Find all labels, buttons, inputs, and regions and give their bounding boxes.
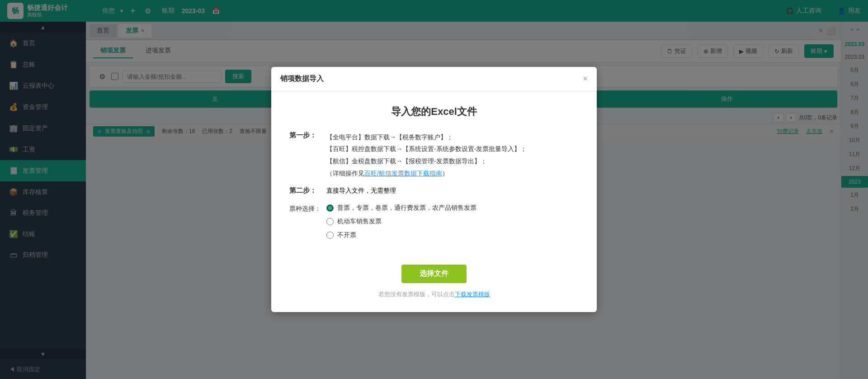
step1-line3: 【航信】金税盘数据下载→【报税管理-发票数据导出】； bbox=[326, 155, 527, 167]
radio-label-1: 机动车销售发票 bbox=[337, 218, 382, 226]
download-template-link[interactable]: 下载发票模版 bbox=[455, 291, 490, 298]
step1-line1: 【全电平台】数据下载→【税务数字账户】； bbox=[326, 131, 527, 143]
modal-step2: 第二步： 直接导入文件，无需整理 bbox=[289, 186, 579, 195]
import-modal: 销项数据导入 × 导入您的Excel文件 第一步： 【全电平台】数据下载→【税务… bbox=[271, 67, 597, 312]
step1-link-prefix: （详细操作见 bbox=[326, 170, 364, 177]
step1-line2: 【百旺】税控盘数据下载→【系统设置-系统参数设置-发票批量导入】； bbox=[326, 143, 527, 155]
radio-section-label: 票种选择： bbox=[289, 204, 321, 213]
radio-item-0[interactable]: 普票，专票，卷票，通行费发票，农产品销售发票 bbox=[326, 204, 476, 212]
radio-label-0: 普票，专票，卷票，通行费发票，农产品销售发票 bbox=[337, 204, 476, 212]
modal-title: 销项数据导入 bbox=[280, 74, 324, 84]
radio-input-1[interactable] bbox=[326, 218, 334, 225]
modal-footer: 若您没有发票模版，可以点击下载发票模版 bbox=[289, 290, 579, 298]
radio-input-0[interactable] bbox=[326, 204, 334, 212]
radio-item-2[interactable]: 不开票 bbox=[326, 231, 476, 239]
step1-content: 【全电平台】数据下载→【税务数字账户】； 【百旺】税控盘数据下载→【系统设置-系… bbox=[326, 131, 527, 179]
step1-link-suffix: ） bbox=[442, 170, 448, 177]
modal-main-title: 导入您的Excel文件 bbox=[289, 105, 579, 118]
footer-prefix: 若您没有发票模版，可以点击 bbox=[378, 291, 455, 298]
modal-close-button[interactable]: × bbox=[583, 74, 588, 84]
radio-label-2: 不开票 bbox=[337, 231, 356, 239]
step2-text: 直接导入文件，无需整理 bbox=[326, 187, 396, 195]
radio-group: 普票，专票，卷票，通行费发票，农产品销售发票 机动车销售发票 不开票 bbox=[326, 204, 476, 239]
select-file-button[interactable]: 选择文件 bbox=[401, 265, 467, 283]
radio-item-1[interactable]: 机动车销售发票 bbox=[326, 218, 476, 226]
radio-section: 票种选择： 普票，专票，卷票，通行费发票，农产品销售发票 机动车销售发票 不开票 bbox=[289, 204, 579, 252]
guide-link[interactable]: 百旺/航信发票数据下载指南 bbox=[364, 170, 442, 177]
modal-header: 销项数据导入 × bbox=[271, 67, 597, 91]
step1-label: 第一步： bbox=[289, 131, 321, 179]
step1-link-row: （详细操作见百旺/航信发票数据下载指南） bbox=[326, 167, 527, 180]
modal-step1: 第一步： 【全电平台】数据下载→【税务数字账户】； 【百旺】税控盘数据下载→【系… bbox=[289, 131, 579, 179]
modal-overlay: 销项数据导入 × 导入您的Excel文件 第一步： 【全电平台】数据下载→【税务… bbox=[0, 0, 868, 379]
modal-body: 导入您的Excel文件 第一步： 【全电平台】数据下载→【税务数字账户】； 【百… bbox=[271, 91, 597, 312]
step2-label: 第二步： bbox=[289, 186, 321, 195]
radio-input-2[interactable] bbox=[326, 232, 334, 239]
